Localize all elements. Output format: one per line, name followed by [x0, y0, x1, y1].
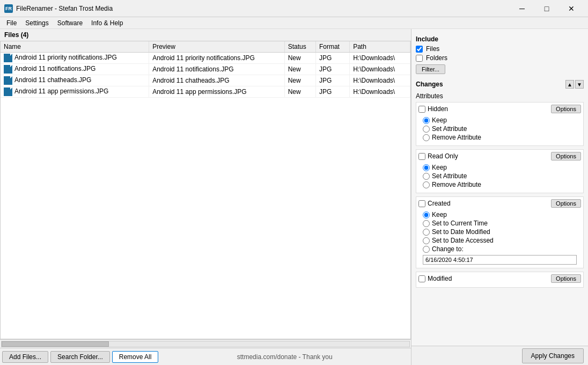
right-panel: Include Files Folders Filter... Changes … [411, 29, 588, 365]
cell-status: New [284, 53, 315, 64]
hidden-attr-block: Hidden Options Keep Set Attribute [416, 102, 584, 146]
hidden-attr-header: Hidden Options [418, 105, 581, 113]
created-radio-group: Keep Set to Current Time Set to Date Mod… [418, 210, 581, 266]
maximize-button[interactable]: □ [534, 0, 559, 17]
col-header-preview[interactable]: Preview [149, 41, 285, 53]
readonly-attr-block: Read Only Options Keep Set Attribute [416, 149, 584, 193]
remove-all-button[interactable]: Remove All [112, 351, 159, 363]
hidden-options-button[interactable]: Options [551, 105, 581, 113]
created-current-radio[interactable] [423, 220, 430, 227]
menu-software[interactable]: Software [53, 18, 87, 28]
modified-attr-header: Modified Options [418, 274, 581, 283]
created-options-button[interactable]: Options [551, 199, 581, 208]
cell-format: JPG [315, 75, 349, 86]
apply-changes-button[interactable]: Apply Changes [522, 348, 584, 363]
scroll-down-button[interactable]: ▼ [575, 80, 584, 89]
col-header-status[interactable]: Status [284, 41, 315, 53]
created-keep-label: Keep [432, 211, 447, 218]
readonly-set-label: Set Attribute [432, 172, 467, 180]
hidden-radio-group: Keep Set Attribute Remove Attribute [418, 115, 581, 143]
cell-preview: Android 11 notifications.JPG [149, 64, 285, 75]
scroll-up-button[interactable]: ▲ [565, 80, 574, 89]
cell-status: New [284, 86, 315, 98]
cell-name: Android 11 notifications.JPG [1, 64, 149, 75]
app-icon: FR [4, 4, 13, 13]
hidden-checkbox[interactable] [418, 106, 425, 113]
include-files-row: Files [416, 45, 584, 53]
hidden-keep-row: Keep [423, 116, 577, 124]
hidden-keep-label: Keep [432, 116, 447, 124]
readonly-remove-row: Remove Attribute [423, 181, 577, 188]
titlebar: FR FileRenamer - Stefan Trost Media ─ □ … [0, 0, 588, 17]
table-row[interactable]: Android 11 notifications.JPG Android 11 … [1, 64, 410, 75]
horizontal-scrollbar[interactable] [0, 339, 411, 348]
hidden-remove-radio[interactable] [423, 134, 430, 141]
created-changeto-radio[interactable] [423, 246, 430, 253]
readonly-keep-label: Keep [432, 164, 447, 171]
modified-label: Modified [428, 275, 452, 282]
created-attr-block: Created Options Keep Set to Current Time [416, 196, 584, 268]
close-button[interactable]: ✕ [559, 0, 584, 17]
cell-status: New [284, 75, 315, 86]
hidden-label: Hidden [428, 105, 448, 113]
created-current-label: Set to Current Time [432, 220, 488, 227]
minimize-button[interactable]: ─ [510, 0, 534, 17]
hscroll-thumb[interactable] [2, 341, 109, 347]
titlebar-left: FR FileRenamer - Stefan Trost Media [4, 4, 113, 13]
modified-checkbox[interactable] [418, 275, 425, 282]
created-keep-radio[interactable] [423, 211, 430, 218]
readonly-options-button[interactable]: Options [551, 152, 581, 160]
cell-format: JPG [315, 53, 349, 64]
cell-preview: Android 11 priority notifications.JPG [149, 53, 285, 64]
col-header-name[interactable]: Name [1, 41, 149, 53]
table-row[interactable]: Android 11 app permissions.JPG Android 1… [1, 86, 410, 98]
table-row[interactable]: Android 11 chatheads.JPG Android 11 chat… [1, 75, 410, 86]
hidden-set-label: Set Attribute [432, 125, 467, 133]
filter-button[interactable]: Filter... [416, 64, 445, 74]
folders-checkbox[interactable] [416, 55, 423, 62]
include-title: Include [416, 35, 584, 43]
files-header: Files (4) [0, 29, 411, 41]
cell-path: H:\Downloads\ [350, 53, 410, 64]
menu-info-help[interactable]: Info & Help [87, 18, 127, 28]
main-area: Files (4) Name Preview Status Format Pat… [0, 29, 588, 365]
readonly-keep-row: Keep [423, 164, 577, 171]
modified-attr-block: Modified Options [416, 272, 584, 288]
col-header-path[interactable]: Path [350, 41, 410, 53]
cell-path: H:\Downloads\ [350, 64, 410, 75]
readonly-checkbox[interactable] [418, 153, 425, 160]
cell-preview: Android 11 app permissions.JPG [149, 86, 285, 98]
menu-settings[interactable]: Settings [21, 18, 53, 28]
modified-options-button[interactable]: Options [551, 274, 581, 283]
hscroll-track [1, 341, 410, 347]
menu-file[interactable]: File [2, 18, 21, 28]
created-changeto-label: Change to: [432, 245, 464, 253]
table-row[interactable]: Android 11 priority notifications.JPG An… [1, 53, 410, 64]
file-table-container: Name Preview Status Format Path Android … [0, 41, 411, 339]
hidden-set-radio[interactable] [423, 126, 430, 133]
created-checkbox[interactable] [418, 200, 425, 207]
changes-header: Changes ▲ ▼ [416, 78, 584, 90]
modified-attr-label: Modified [418, 275, 452, 282]
readonly-remove-radio[interactable] [423, 181, 430, 188]
search-folder-button[interactable]: Search Folder... [50, 351, 110, 363]
created-current-row: Set to Current Time [423, 220, 577, 227]
hidden-keep-radio[interactable] [423, 117, 430, 124]
file-table: Name Preview Status Format Path Android … [1, 41, 410, 98]
add-files-button[interactable]: Add Files... [2, 351, 48, 363]
readonly-set-radio[interactable] [423, 173, 430, 180]
readonly-label: Read Only [428, 152, 458, 160]
readonly-attr-header: Read Only Options [418, 152, 581, 160]
col-header-format[interactable]: Format [315, 41, 349, 53]
action-bar: Apply Changes [411, 346, 588, 365]
created-date-input[interactable] [423, 255, 577, 265]
menubar: File Settings Software Info & Help [0, 17, 588, 29]
files-checkbox[interactable] [416, 46, 423, 53]
readonly-keep-radio[interactable] [423, 164, 430, 171]
files-label: Files [426, 45, 439, 53]
cell-format: JPG [315, 64, 349, 75]
created-changeto-row: Change to: [423, 245, 577, 253]
created-dateacc-radio[interactable] [423, 237, 430, 244]
hidden-set-row: Set Attribute [423, 125, 577, 133]
created-datemod-radio[interactable] [423, 229, 430, 236]
